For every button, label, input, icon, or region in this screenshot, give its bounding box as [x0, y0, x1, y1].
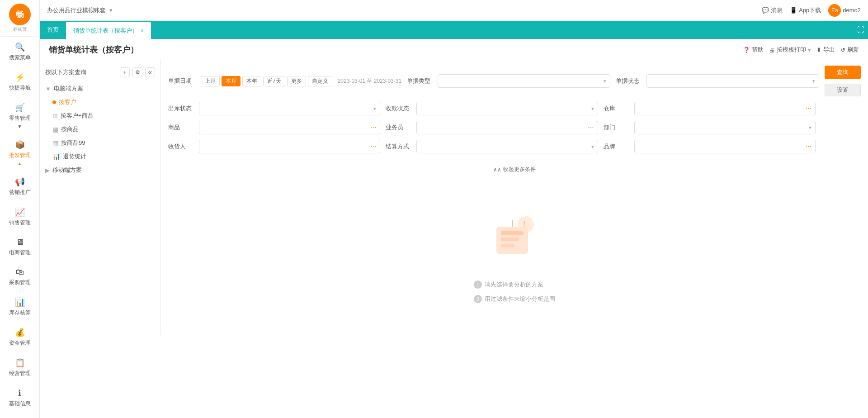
app-download-label: App下载: [799, 6, 821, 14]
logo-area: 畅 标账页: [0, 0, 39, 37]
active-dot-icon: [52, 100, 56, 104]
scheme-item-customer[interactable]: 按客户: [47, 95, 160, 109]
sidebar-item-label: 销售管理: [9, 219, 31, 227]
scheme-item-product99[interactable]: ▦ 按商品99: [47, 136, 160, 150]
payment-label: 收款状态: [386, 104, 413, 113]
help-icon: ❓: [743, 47, 750, 53]
brand-dots-icon[interactable]: ···: [806, 142, 811, 151]
chevron-down-icon2: ▾: [812, 78, 815, 84]
7days-button[interactable]: 近7天: [263, 76, 285, 86]
maximize-icon[interactable]: ⛶: [857, 26, 864, 34]
print-button[interactable]: 🖨 按模板打印 ▾: [769, 46, 811, 54]
salesperson-dots-icon[interactable]: ···: [588, 124, 594, 132]
sidebar-item-retail[interactable]: 🛒 零售管理 ▼: [0, 97, 39, 134]
collapse-up-icon: ∧∧: [493, 166, 501, 173]
close-icon[interactable]: ×: [141, 28, 144, 34]
print-icon: 🖨: [769, 47, 775, 53]
chevron-down-icon5: ▾: [809, 125, 811, 131]
message-button[interactable]: 💬 消息: [762, 6, 783, 14]
doc-type-select[interactable]: ▾: [438, 74, 610, 88]
wholesale-icon: 📦: [15, 140, 25, 150]
sidebar-item-wholesale[interactable]: 📦 批发管理 ▲: [0, 134, 39, 171]
sidebar-item-sales[interactable]: 📈 销售管理: [0, 202, 39, 232]
sidebar-item-search[interactable]: 🔍 搜索菜单: [0, 37, 39, 67]
collapse-row: ∧∧ 收起更多条件: [168, 159, 861, 176]
filter-row-3: 商品 ··· 业务员 ···: [168, 121, 861, 134]
product-input[interactable]: ···: [199, 121, 380, 134]
collapse-button[interactable]: ∧∧ 收起更多条件: [491, 163, 538, 176]
more-dots-icon[interactable]: ···: [806, 104, 811, 113]
scheme-item-returns[interactable]: 📊 退货统计: [47, 150, 160, 163]
consignee-dots-icon[interactable]: ···: [370, 142, 376, 151]
brand-label: 品牌: [604, 142, 631, 151]
export-label: 导出: [823, 46, 835, 54]
scheme-panel-header: 按以下方案查询 + ⚙ «: [40, 65, 160, 80]
refresh-label: 刷新: [847, 46, 859, 54]
user-profile[interactable]: Ea demo2: [828, 4, 861, 17]
sidebar-item-purchase[interactable]: 🛍 采购管理: [0, 262, 39, 292]
operations-icon: 📋: [15, 358, 25, 368]
sidebar-item-finance[interactable]: 💰 资金管理: [0, 322, 39, 352]
sidebar-item-label: 经营管理: [9, 370, 31, 377]
scheme-item-product[interactable]: ▦ 按商品: [47, 123, 160, 136]
brand-input[interactable]: ···: [634, 140, 816, 153]
tab-home[interactable]: 首页: [40, 21, 66, 39]
sidebar-item-operations[interactable]: 📋 经营管理: [0, 352, 39, 383]
help-button[interactable]: ❓ 帮助: [743, 46, 764, 54]
refresh-button[interactable]: ↺ 刷新: [840, 46, 859, 54]
doc-status-group: 单据状态 ▾: [616, 74, 819, 88]
prev-month-button[interactable]: 上月: [201, 76, 220, 86]
settings-button[interactable]: 设置: [825, 84, 861, 96]
tree-children-desktop: 按客户 ⊞ 按客户+商品 ▦ 按商品 ▦ 按商品99: [40, 95, 160, 163]
doc-type-group: 单据类型 ▾: [407, 74, 610, 88]
more-button[interactable]: 更多: [287, 76, 306, 86]
app-download-button[interactable]: 📱 App下载: [790, 6, 821, 14]
scheme-settings-button[interactable]: ⚙: [132, 67, 142, 77]
svg-point-4: [518, 216, 534, 233]
empty-tip-1: 1 请先选择要分析的方案: [474, 279, 555, 290]
scheme-item-customer-product[interactable]: ⊞ 按客户+商品: [47, 109, 160, 123]
avatar: Ea: [828, 4, 841, 17]
scheme-panel-title: 按以下方案查询: [45, 68, 86, 76]
payment-select[interactable]: ▾: [416, 102, 598, 115]
consignee-input[interactable]: ···: [199, 140, 380, 153]
sidebar-item-system[interactable]: ⚙ 系统管理: [0, 413, 39, 418]
tree-group-desktop: ▼ 电脑端方案: [40, 82, 160, 95]
sidebar-item-basics[interactable]: ℹ 基础信息: [0, 383, 39, 413]
this-month-button[interactable]: 本月: [222, 76, 241, 86]
inventory-icon: 📊: [15, 297, 25, 307]
warehouse-input[interactable]: ···: [634, 102, 816, 115]
sidebar-item-label: 营销推广: [9, 189, 31, 196]
export-button[interactable]: ⬇ 导出: [816, 46, 835, 54]
sidebar-item-inventory[interactable]: 📊 库存核算: [0, 292, 39, 322]
product-dots-icon[interactable]: ···: [370, 124, 376, 132]
dropdown-icon[interactable]: ▾: [109, 7, 113, 14]
sidebar-item-marketing[interactable]: 📢 营销推广: [0, 171, 39, 202]
refresh-icon: ↺: [840, 47, 845, 53]
tip-text-2: 用过滤条件来缩小分析范围: [485, 293, 555, 305]
tab-active[interactable]: 销货单统计表（按客户） ×: [66, 22, 151, 40]
download-icon: 📱: [790, 7, 797, 14]
payment-method-select[interactable]: ▾: [416, 140, 598, 153]
this-year-button[interactable]: 本年: [242, 76, 261, 86]
scheme-collapse-button[interactable]: «: [145, 67, 155, 77]
scheme-item-label: 按客户: [59, 98, 76, 106]
collapse-icon: «: [148, 68, 152, 76]
doc-status-select[interactable]: ▾: [646, 74, 819, 88]
chevron-up-icon: ▲: [18, 161, 22, 166]
scheme-add-button[interactable]: +: [120, 67, 130, 77]
filter-area: 单据日期 上月 本月 本年 近7天 更多 自定义 2023-03-01 至 20…: [161, 60, 868, 181]
filter-row-4: 收货人 ··· 结算方式 ▾: [168, 140, 861, 153]
delivery-select[interactable]: ▾: [199, 102, 380, 115]
chart-icon: 📊: [52, 153, 60, 160]
sidebar-item-ecommerce[interactable]: 🖥 电商管理: [0, 232, 39, 262]
svg-rect-3: [501, 244, 514, 247]
query-button[interactable]: 查询: [825, 66, 861, 79]
sidebar-item-shortcuts[interactable]: ⚡ 快捷导航: [0, 67, 39, 97]
sidebar-nav: 🔍 搜索菜单 ⚡ 快捷导航 🛒 零售管理 ▼ 📦 批发管理 ▲ 📢 营销推广 📈…: [0, 37, 39, 418]
custom-button[interactable]: 自定义: [308, 76, 332, 86]
retail-icon: 🛒: [15, 103, 25, 113]
salesperson-input[interactable]: ···: [416, 121, 598, 134]
department-select[interactable]: ▾: [634, 121, 816, 134]
logo-text: 标账页: [13, 26, 27, 33]
